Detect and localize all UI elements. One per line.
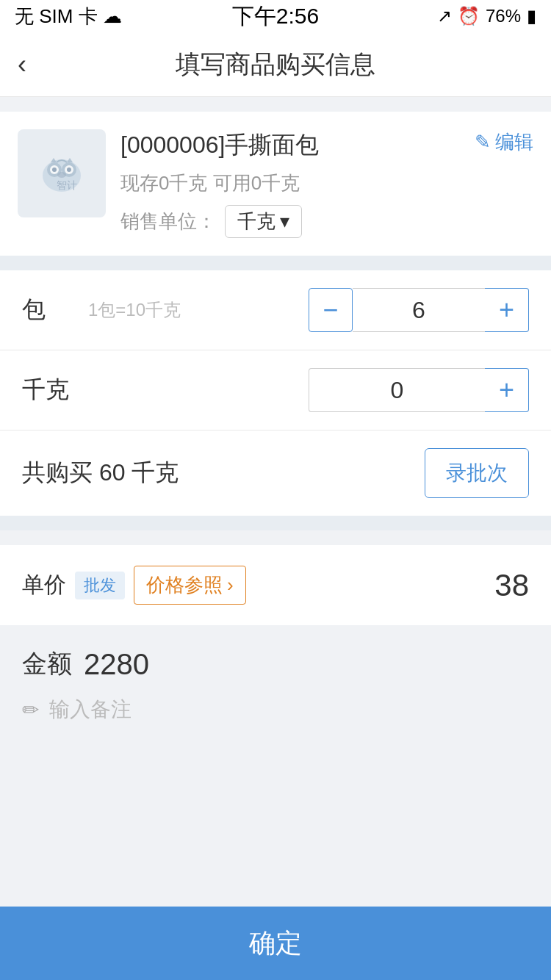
unit-selector[interactable]: 千克 ▾: [225, 205, 302, 238]
kg-label: 千克: [22, 374, 81, 406]
unit-label: 销售单位：: [120, 209, 216, 234]
status-left: 无 SIM 卡 ☁: [15, 4, 122, 29]
owl-logo: 智计: [36, 148, 87, 199]
separator-2: [0, 516, 551, 530]
product-card: 智计 [0000006]手撕面包 现存0千克 可用0千克 销售单位： 千克 ▾ …: [0, 112, 551, 256]
edit-icon: ✎: [475, 131, 491, 154]
package-row: 包 1包=10千克 − +: [0, 270, 551, 350]
package-quantity-control: − +: [309, 288, 529, 332]
product-info: [0000006]手撕面包 现存0千克 可用0千克 销售单位： 千克 ▾: [120, 129, 533, 238]
price-ref-button[interactable]: 价格参照 ›: [134, 566, 246, 605]
kg-input[interactable]: [309, 368, 485, 412]
total-row: 共购买 60 千克 录批次: [0, 430, 551, 516]
pencil-icon: ✏: [22, 698, 39, 722]
amount-value: 2280: [84, 648, 149, 681]
remark-row[interactable]: ✏ 输入备注: [22, 696, 529, 724]
page-title: 填写商品购买信息: [176, 48, 375, 82]
price-label: 单价: [22, 570, 66, 600]
product-name: [0000006]手撕面包: [120, 129, 533, 162]
price-value: 38: [494, 568, 529, 603]
record-batch-button[interactable]: 录批次: [425, 448, 529, 498]
product-image: 智计: [18, 129, 106, 217]
amount-section: 金额 2280 ✏ 输入备注: [0, 625, 551, 738]
svg-point-7: [57, 172, 66, 178]
remark-placeholder: 输入备注: [49, 696, 132, 724]
package-input[interactable]: [353, 288, 485, 332]
alarm-icon: ⏰: [458, 6, 480, 26]
kg-plus-button[interactable]: +: [485, 368, 529, 412]
svg-text:智计: 智计: [57, 179, 77, 191]
package-plus-button[interactable]: +: [485, 288, 529, 332]
battery-level: 76%: [486, 6, 521, 26]
input-section: 包 1包=10千克 − + 千克 +: [0, 270, 551, 430]
total-label: 共购买 60 千克: [22, 457, 179, 489]
status-bar: 无 SIM 卡 ☁ 下午2:56 ↗ ⏰ 76% ▮: [0, 0, 551, 32]
location-icon: ↗: [437, 6, 452, 26]
amount-label: 金额: [22, 647, 72, 681]
package-minus-button[interactable]: −: [309, 288, 353, 332]
nav-bar: ‹ 填写商品购买信息: [0, 32, 551, 97]
price-left: 单价 批发 价格参照 ›: [22, 566, 246, 605]
package-label: 包: [22, 294, 81, 326]
kg-row: 千克 +: [0, 350, 551, 430]
battery-icon: ▮: [527, 6, 536, 26]
confirm-button[interactable]: 确定: [0, 907, 551, 980]
svg-marker-8: [51, 158, 57, 162]
status-time: 下午2:56: [232, 1, 319, 32]
back-button[interactable]: ‹: [18, 49, 26, 80]
chevron-right-icon: ›: [227, 574, 234, 597]
price-section: 单价 批发 价格参照 › 38: [0, 545, 551, 625]
svg-point-6: [67, 167, 71, 172]
amount-row: 金额 2280: [22, 647, 529, 681]
dropdown-icon: ▾: [280, 210, 289, 233]
svg-marker-9: [67, 158, 73, 162]
kg-quantity-control: +: [309, 368, 529, 412]
edit-button[interactable]: ✎ 编辑: [475, 129, 533, 155]
price-row: 单价 批发 价格参照 › 38: [22, 566, 529, 605]
package-hint: 1包=10千克: [88, 298, 309, 322]
product-stock: 现存0千克 可用0千克: [120, 170, 533, 196]
batch-tag: 批发: [75, 572, 125, 599]
sim-signal: 无 SIM 卡 ☁: [15, 4, 122, 29]
status-right: ↗ ⏰ 76% ▮: [437, 6, 536, 26]
separator-1: [0, 256, 551, 270]
svg-point-5: [52, 167, 57, 172]
product-unit-row: 销售单位： 千克 ▾: [120, 205, 533, 238]
